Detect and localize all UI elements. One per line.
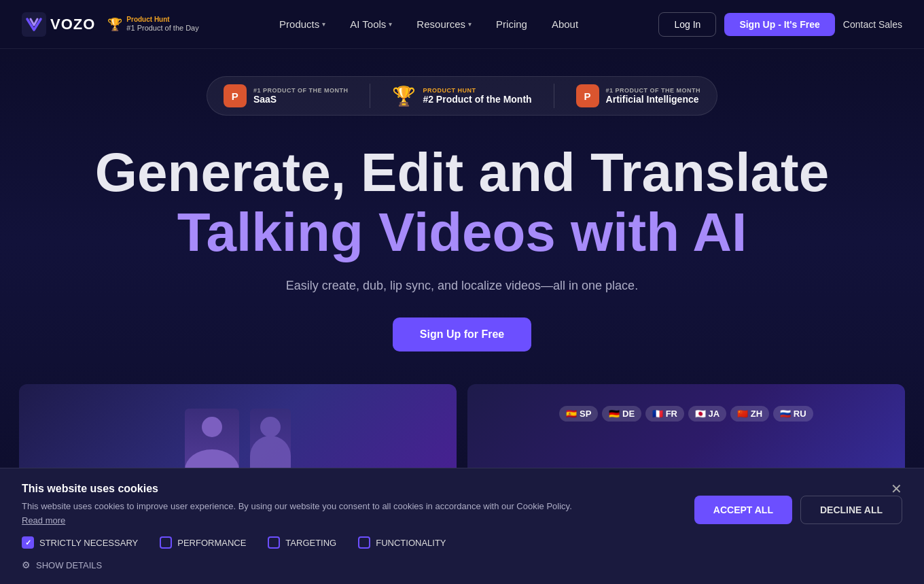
cookie-header: This website uses cookies ✕: [22, 482, 902, 496]
nav-right: Log In Sign Up - It's Free Contact Sales: [658, 12, 902, 37]
logo-text: VOZO: [50, 16, 95, 33]
product-hunt-banner: P #1 PRODUCT OF THE MONTH SaaS 🏆 PRODUCT…: [207, 76, 717, 116]
hero-section: P #1 PRODUCT OF THE MONTH SaaS 🏆 PRODUCT…: [0, 49, 924, 534]
contact-sales-button[interactable]: Contact Sales: [843, 19, 902, 30]
ph-icon-saas: P: [224, 84, 247, 107]
nav-item-about[interactable]: About: [541, 13, 589, 35]
nav-center: Products ▾ AI Tools ▾ Resources ▾ Pricin…: [268, 13, 589, 35]
product-hunt-nav-badge: 🏆 Product Hunt #1 Product of the Day: [107, 16, 198, 33]
trophy-large-icon: 🏆: [392, 85, 416, 107]
nav-item-ai-tools[interactable]: AI Tools ▾: [339, 13, 403, 35]
ph-badge-saas-text: #1 PRODUCT OF THE MONTH SaaS: [253, 87, 349, 105]
decline-all-button[interactable]: DECLINE ALL: [800, 496, 902, 524]
person-silhouette-2: [250, 409, 291, 477]
ph-center-text: PRODUCT HUNT #2 Product of the Month: [423, 87, 531, 105]
chevron-down-icon: ▾: [322, 20, 325, 28]
cookie-close-button[interactable]: ✕: [891, 482, 902, 496]
cookie-action-buttons: ACCEPT ALL DECLINE ALL: [694, 496, 902, 524]
cookie-option-functionality[interactable]: FUNCTIONALITY: [358, 536, 446, 549]
cookie-banner: This website uses cookies ✕ This website…: [0, 468, 924, 584]
flag-chip-de: 🇩🇪 DE: [602, 406, 641, 422]
flag-chip-ru: 🇷🇺 RU: [773, 406, 813, 422]
ph-icon-ai: P: [576, 84, 599, 107]
gear-icon: ⚙: [22, 560, 31, 570]
vozo-logo-icon: [22, 12, 46, 37]
nav-item-resources[interactable]: Resources ▾: [406, 13, 482, 35]
signup-button[interactable]: Sign Up - It's Free: [724, 13, 834, 36]
login-button[interactable]: Log In: [658, 12, 716, 37]
accept-all-button[interactable]: ACCEPT ALL: [694, 496, 792, 524]
chevron-down-icon: ▾: [468, 20, 472, 28]
checkbox-necessary[interactable]: [22, 536, 34, 549]
navigation: VOZO 🏆 Product Hunt #1 Product of the Da…: [0, 0, 924, 49]
ph-badge-saas: P #1 PRODUCT OF THE MONTH SaaS: [224, 84, 349, 107]
ph-badge-ai-text: #1 PRODUCT OF THE MONTH Artificial Intel…: [606, 87, 701, 105]
language-flags: 🇪🇸 SP 🇩🇪 DE 🇫🇷 FR 🇯🇵 JA 🇨🇳 ZH 🇷🇺 RU: [548, 395, 823, 432]
ph-badge-text: Product Hunt #1 Product of the Day: [126, 16, 198, 33]
chevron-down-icon: ▾: [389, 20, 392, 28]
hero-subtext: Easily create, dub, lip sync, and locali…: [286, 279, 638, 293]
checkbox-performance[interactable]: [160, 536, 172, 549]
headline-line1: Generate, Edit and Translate: [95, 142, 829, 203]
hero-signup-button[interactable]: Sign Up for Free: [393, 317, 531, 351]
logo[interactable]: VOZO: [22, 12, 95, 37]
checkbox-targeting[interactable]: [268, 536, 280, 549]
show-details-button[interactable]: ⚙ SHOW DETAILS: [22, 560, 102, 570]
cookie-options: STRICTLY NECESSARY PERFORMANCE TARGETING…: [22, 536, 446, 549]
trophy-icon: 🏆: [107, 17, 122, 32]
headline-line2: Talking Videos with AI: [177, 202, 747, 262]
nav-item-products[interactable]: Products ▾: [268, 13, 336, 35]
ph-divider-1: [370, 84, 370, 108]
hero-headline: Generate, Edit and Translate Talking Vid…: [95, 143, 829, 262]
cookie-option-necessary[interactable]: STRICTLY NECESSARY: [22, 536, 138, 549]
ph-divider-2: [554, 84, 554, 108]
ph-badge-ai: P #1 PRODUCT OF THE MONTH Artificial Int…: [576, 84, 701, 107]
nav-left: VOZO 🏆 Product Hunt #1 Product of the Da…: [22, 12, 199, 37]
cookie-description: This website uses cookies to improve use…: [22, 501, 633, 511]
flag-chip-fr: 🇫🇷 FR: [645, 406, 684, 422]
flag-chip-sp: 🇪🇸 SP: [559, 406, 598, 422]
cookie-title: This website uses cookies: [22, 483, 158, 495]
flag-chip-ja: 🇯🇵 JA: [688, 406, 726, 422]
checkbox-functionality[interactable]: [358, 536, 370, 549]
cookie-option-targeting[interactable]: TARGETING: [268, 536, 336, 549]
cookie-read-more-link[interactable]: Read more: [22, 515, 65, 526]
flag-chip-zh: 🇨🇳 ZH: [730, 406, 769, 422]
nav-item-pricing[interactable]: Pricing: [485, 13, 538, 35]
ph-center-badge: 🏆 PRODUCT HUNT #2 Product of the Month: [392, 85, 531, 107]
cookie-option-performance[interactable]: PERFORMANCE: [160, 536, 246, 549]
